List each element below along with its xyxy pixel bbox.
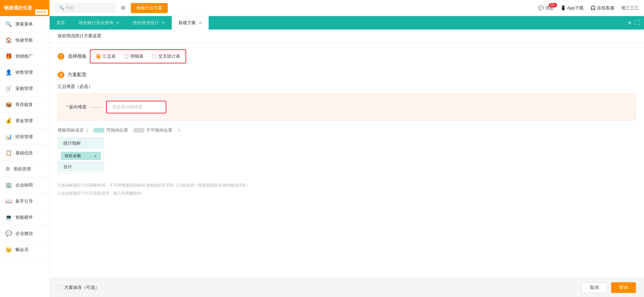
maximize-icon[interactable]: ⛶ [635,20,640,26]
radio-summary[interactable]: 汇总表 [96,53,116,59]
download-icon: 📱 [560,5,566,10]
indicator-tag-payment[interactable]: 收款金额 ∨ [61,152,101,160]
sidebar-item-inventory[interactable]: 📦 库存核算 [0,97,49,113]
home-icon: 🏠 [5,37,12,43]
chevron-down-icon: ∨ [94,154,97,158]
logo-badge: 标准版 [35,9,48,15]
radio-detail-circle [124,54,128,59]
box-icon: 📦 [5,101,12,108]
form-container: 1 选择模板 汇总表 明细表 交叉统计表 [50,43,644,278]
tip-item-2: 2.点击标题栏下拉可设置排序、插入列和删除列 [58,189,636,197]
sidebar-label: 智能硬件 [15,214,33,220]
step2-header: 2 方案配置 [58,71,636,78]
topbar-right: 💬 消息 99+ 📱 App下载 🎧 在线客服 张三三三 [538,5,639,11]
bottom-bar: 方案保存（可选） 取消 查询 [50,278,644,297]
sidebar-label: 畅会员 [15,247,29,253]
dimension-area: * 纵向维度 —— 请选择分组维度 [58,94,636,120]
tab-payment-stat[interactable]: 收款情况统计 ✕ [126,16,172,30]
sidebar-logo: 畅捷通好生意 标准版 [0,0,49,16]
tabbar: 首页 现金银行流水查询 ✕ 收款情况统计 ✕ 新建方案 ✕ ✕ ⛶ [50,16,644,30]
tab-home[interactable]: 首页 [50,16,72,30]
online-service-btn[interactable]: 🎧 在线客服 [590,5,614,11]
dimension-select[interactable]: 请选择分组维度 [106,101,166,113]
movable-label: 可拖动位置 [106,127,128,133]
bell-icon: 💬 [538,5,544,10]
step2-title: 方案配置 [68,72,87,78]
sidebar-item-basic[interactable]: 📋 基础信息 [0,145,49,161]
cart-icon: 🛒 [5,85,12,92]
indicator-legend: 模板指标设定（ 可拖动位置 不可拖动位置 ） [58,127,636,133]
tab-payment-stat-close[interactable]: ✕ [162,20,165,25]
main-area: 🔍 搜索 ⚙ 体验行业方案 💬 消息 99+ 📱 App下载 🎧 在线客服 张三… [50,0,644,297]
chat-icon: 💬 [5,230,12,237]
clipboard-icon: 📋 [5,150,12,156]
dimension-select-placeholder: 请选择分组维度 [112,104,143,109]
sidebar-item-purchase[interactable]: 🛒 采购管理 [0,81,49,97]
indicator-table: 统计指标 收款金额 ∨ 合计 [58,137,104,174]
sidebar-item-enterprise[interactable]: 🏢 企业协同 [0,177,49,193]
headset-icon: 🎧 [590,5,596,10]
sidebar-item-quick-nav[interactable]: 🏠 快捷导航 [0,32,49,48]
sidebar-item-search[interactable]: 🔍 搜索菜单 [0,16,49,32]
step1-section: 1 选择模板 汇总表 明细表 交叉统计表 [58,49,636,63]
sidebar-label: 营销推广 [15,53,33,59]
sidebar-item-finance[interactable]: 💰 资金管理 [0,113,49,129]
service-label: 在线客服 [597,5,614,11]
sidebar-label: 库存核算 [15,102,33,108]
chart-icon: 📊 [5,134,12,140]
cancel-button[interactable]: 取消 [582,282,607,293]
breadcrumb: 收款情况统计方案设置 [50,30,644,43]
dimension-arrow: —— [92,105,101,110]
tab-new-plan[interactable]: 新建方案 ✕ [172,16,209,30]
sidebar-item-operation[interactable]: 📊 经营管理 [0,129,49,145]
query-button[interactable]: 查询 [611,282,636,293]
sidebar-item-system[interactable]: ⚙ 系统管理 [0,161,49,177]
sidebar-item-smart-hw[interactable]: 💻 智能硬件 [0,209,49,226]
sidebar-item-newbie[interactable]: 📖 新手引导 [0,193,49,209]
sidebar-label: 采购管理 [15,86,33,92]
radio-detail[interactable]: 明细表 [124,53,144,59]
tab-payment-stat-label: 收款情况统计 [133,20,159,26]
tip-2-text: 2.点击标题栏下拉可设置排序、插入列和删除列 [58,189,142,197]
laptop-icon: 💻 [5,214,12,220]
tab-bank-flow[interactable]: 现金银行流水查询 ✕ [72,16,126,30]
building-icon: 🏢 [5,182,12,188]
close-window-icon[interactable]: ✕ [628,20,632,26]
summary-dimension-label: 汇总维度（必选） [58,84,636,90]
indicator-table-body: 收款金额 ∨ 合计 [58,149,104,173]
trial-btn[interactable]: 体验行业方案 [131,3,168,13]
sidebar-item-sales[interactable]: 👤 销售管理 [0,64,49,81]
save-checkbox[interactable] [58,285,62,290]
sidebar-item-marketing[interactable]: 🎁 营销推广 [0,48,49,64]
dimension-row: * 纵向维度 —— 请选择分组维度 [66,101,628,113]
app-download-btn[interactable]: 📱 App下载 [560,5,584,11]
notify-badge: 99+ [549,3,557,7]
step1-header: 1 选择模板 汇总表 明细表 交叉统计表 [58,49,636,63]
notify-btn[interactable]: 💬 消息 99+ [538,5,554,11]
search-icon: 🔍 [5,21,12,27]
step2-num: 2 [58,71,64,78]
search-box[interactable]: 🔍 搜索 [55,3,115,12]
tab-bank-flow-close[interactable]: ✕ [116,20,119,25]
sidebar-item-member[interactable]: 👑 畅会员 [0,242,49,258]
tips-section: 1.拖动标题栏可以调整布局，不可跨维度或指标区域拖动栏目字段（只能在同一维度或指… [58,181,636,197]
settings-icon[interactable]: ⚙ [121,5,125,11]
indicator-subtag-total: 合计 [58,161,104,172]
sidebar-label: 企业微信 [15,231,33,237]
summary-dimension-label-text: 汇总维度（必选） [58,84,93,89]
username: 张三三三 [621,5,639,11]
save-option[interactable]: 方案保存（可选） [58,285,99,291]
tab-new-plan-label: 新建方案 [178,20,196,26]
save-label: 方案保存（可选） [64,285,99,291]
fixed-label: 不可拖动位置 [146,127,172,133]
sidebar-label: 企业协同 [15,182,33,188]
sidebar-item-wechat[interactable]: 💬 企业微信 [0,226,49,242]
sidebar-label: 基础信息 [15,150,33,156]
tab-home-label: 首页 [56,20,65,26]
movable-box [94,128,104,133]
download-label: App下载 [567,5,584,11]
radio-cross[interactable]: 交叉统计表 [152,53,180,59]
step1-title: 选择模板 [68,53,87,59]
radio-detail-label: 明细表 [130,53,144,59]
tab-new-plan-close[interactable]: ✕ [199,20,202,25]
